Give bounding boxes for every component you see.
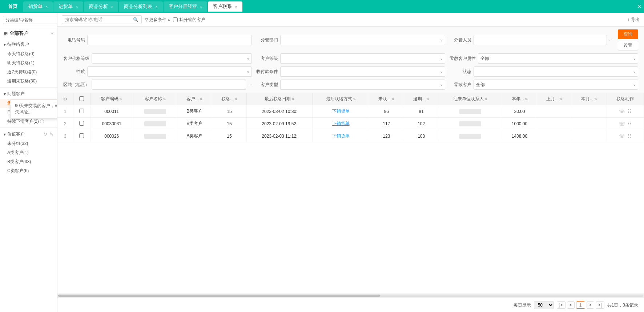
search-submit-icon[interactable]: 🔍 (133, 17, 138, 22)
col-this-month[interactable]: 本月...⇅ (572, 93, 607, 105)
tab-product-analysis[interactable]: 商品分析 × (84, 1, 118, 12)
sidebar-root-header[interactable]: ⊞ 全部客户 « (0, 27, 57, 40)
sidebar-search-input[interactable] (3, 16, 57, 24)
status-select[interactable]: ∨ (474, 66, 638, 77)
sidebar-item-c-class[interactable]: C类客户(6) (0, 166, 57, 175)
tab-customer-tier-close[interactable]: × (200, 4, 202, 9)
row-checkbox-1[interactable] (73, 105, 90, 118)
phone-input[interactable] (87, 35, 252, 45)
col-settings[interactable]: ⚙ (57, 93, 73, 105)
tab-product-analysis-close[interactable]: × (111, 4, 113, 9)
sidebar-item-week[interactable]: 近7天待联络(0) (0, 68, 57, 77)
sort-this-month-icon[interactable]: ⇅ (594, 97, 597, 101)
more-action-icon-3[interactable]: ⠿ (628, 133, 631, 139)
col-last-date[interactable]: 最后联络日期⇅ (247, 93, 313, 105)
tab-home[interactable]: 首页 (3, 1, 23, 12)
row-checkbox-3[interactable] (73, 130, 90, 142)
col-name[interactable]: 客户名称⇅ (133, 93, 177, 105)
sort-level-icon[interactable]: ⇅ (200, 97, 202, 101)
contact-icon-1[interactable]: ☏ (619, 109, 625, 114)
tab-customer-contact[interactable]: 客户联系 × (208, 1, 242, 12)
row-checkbox-2[interactable] (73, 118, 90, 130)
settings-button[interactable]: 设置 (618, 41, 638, 50)
more-action-icon-1[interactable]: ⠿ (628, 109, 631, 114)
row-last-method-3[interactable]: 下销货单 (313, 130, 369, 142)
col-this-year[interactable]: 本年...⇅ (502, 93, 537, 105)
tab-product-list-close[interactable]: × (155, 4, 157, 9)
sidebar-item-tomorrow[interactable]: 明天待联络(1) (0, 58, 57, 68)
more-conditions-button[interactable]: ▽ 更多条件 ∧ (145, 17, 170, 23)
tab-purchase[interactable]: 进货单 × (53, 1, 83, 12)
edit-icon[interactable]: ✎ (49, 131, 53, 137)
sidebar-collapse-button[interactable]: « (51, 31, 53, 36)
region-more-icon[interactable]: ··· (248, 82, 252, 87)
search-box[interactable]: 🔍 (62, 15, 142, 24)
customer-level-select[interactable]: ∨ (280, 53, 445, 64)
first-page-button[interactable]: |< (557, 301, 565, 309)
sort-contact-icon[interactable]: ⇅ (234, 97, 237, 101)
sort-overdue-icon[interactable]: ⇅ (426, 97, 429, 101)
contact-icon-2[interactable]: ☏ (619, 121, 625, 127)
col-last-month[interactable]: 上月...⇅ (537, 93, 572, 105)
table-settings-icon[interactable]: ⚙ (63, 97, 67, 102)
sort-last-month-icon[interactable]: ⇅ (559, 97, 562, 101)
col-contact[interactable]: 联络...⇅ (212, 93, 247, 105)
query-button[interactable]: 查询 (618, 29, 638, 39)
col-level[interactable]: 客户...⇅ (177, 93, 212, 105)
sidebar-item-overdue[interactable]: 逾期未联络(30) (0, 77, 57, 86)
sidebar-item-a-class[interactable]: A类客户(1) (0, 148, 57, 157)
region-select[interactable] (92, 80, 246, 90)
sidebar-section-value[interactable]: ▾ 价值客户 ↻ ✎ (0, 129, 57, 139)
col-code[interactable]: 客户编码⇅ (90, 93, 133, 105)
last-page-button[interactable]: >| (596, 301, 604, 309)
row-last-method-1[interactable]: 下销货单 (313, 105, 369, 118)
col-unit-contact[interactable]: 往来单位联系人⇅ (439, 93, 502, 105)
export-button[interactable]: ↑ 导出 (627, 17, 640, 23)
refresh-icon[interactable]: ↻ (43, 131, 47, 137)
customer-type-select[interactable]: ∨ (280, 80, 445, 90)
price-level-select[interactable]: ∨ (92, 53, 252, 64)
tab-product-list[interactable]: 商品分析列表 × (119, 1, 162, 12)
sort-code-icon[interactable]: ⇅ (119, 97, 122, 101)
col-no-contact[interactable]: 未联...⇅ (369, 93, 404, 105)
sort-name-icon[interactable]: ⇅ (163, 97, 166, 101)
tab-sales-close[interactable]: × (45, 4, 48, 9)
sort-this-year-icon[interactable]: ⇅ (525, 97, 528, 101)
search-input[interactable] (65, 17, 132, 22)
contact-icon-3[interactable]: ☏ (619, 133, 625, 139)
gender-select[interactable]: ∨ (87, 66, 252, 77)
sidebar-section-pending[interactable]: ▾ 待联络客户 (0, 40, 57, 49)
tab-customer-contact-close[interactable]: × (235, 4, 237, 9)
sidebar-section-problem[interactable]: ▾ 问题客户 (0, 89, 57, 99)
manager-select[interactable] (474, 35, 607, 45)
col-overdue[interactable]: 逾期...⇅ (404, 93, 439, 105)
scroll-track[interactable] (58, 295, 643, 297)
col-checkbox[interactable] (73, 93, 90, 105)
my-customers-checkbox[interactable] (173, 17, 178, 22)
sidebar-item-b-class[interactable]: B类客户(33) (0, 157, 57, 166)
col-last-method[interactable]: 最后联络方式⇅ (313, 93, 369, 105)
dept-select[interactable]: ∨ (280, 35, 445, 45)
sort-no-contact-icon[interactable]: ⇅ (391, 97, 394, 101)
retail-attr-select[interactable]: 全部 ∨ (478, 53, 638, 64)
next-page-button[interactable]: > (587, 301, 594, 309)
sort-last-date-icon[interactable]: ⇅ (291, 97, 294, 101)
prev-page-button[interactable]: < (567, 301, 575, 309)
per-page-select[interactable]: 50 100 200 (534, 301, 554, 309)
my-customers-checkbox-label[interactable]: 我分管的客户 (173, 17, 205, 23)
sidebar-item-ungrouped[interactable]: 未分组(32) (0, 139, 57, 148)
window-close-button[interactable]: × (638, 3, 641, 10)
retail-customer-select[interactable]: 全部 ∨ (474, 80, 638, 90)
scroll-thumb[interactable] (58, 295, 380, 297)
tab-customer-tier[interactable]: 客户分层经营 × (164, 1, 207, 12)
row-last-method-2[interactable]: 下销货单 (313, 118, 369, 130)
sort-unit-icon[interactable]: ⇅ (484, 97, 487, 101)
select-all-checkbox[interactable] (79, 96, 84, 101)
sidebar-item-today[interactable]: 今天待联络(0) (0, 49, 57, 58)
payment-select[interactable]: ∨ (280, 66, 445, 77)
horizontal-scrollbar[interactable] (57, 293, 644, 298)
tab-sales[interactable]: 销货单 × (23, 1, 53, 12)
tab-purchase-close[interactable]: × (76, 4, 78, 9)
more-action-icon-2[interactable]: ⠿ (628, 121, 631, 127)
manager-more-icon[interactable]: ··· (609, 37, 613, 42)
